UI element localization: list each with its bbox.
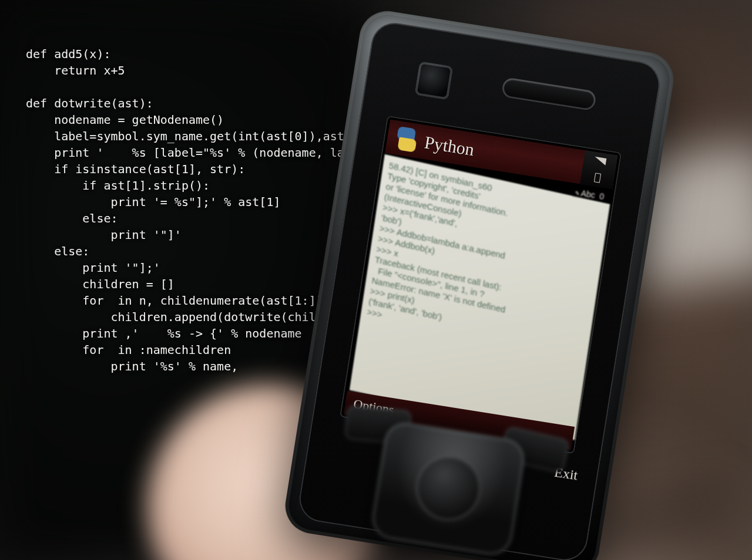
status-pane: [580, 150, 617, 189]
python-logo-icon: [391, 124, 421, 154]
battery-icon: [594, 173, 601, 183]
app-title: Python: [423, 132, 475, 160]
dpad-button[interactable]: [370, 420, 527, 558]
signal-icon: [594, 156, 607, 165]
earpiece-icon: [501, 77, 597, 112]
phone-screen: Python ✎ Abc 0 58.42) [C] on symbian_s60…: [340, 116, 622, 454]
camera-lens-icon: [414, 61, 453, 100]
